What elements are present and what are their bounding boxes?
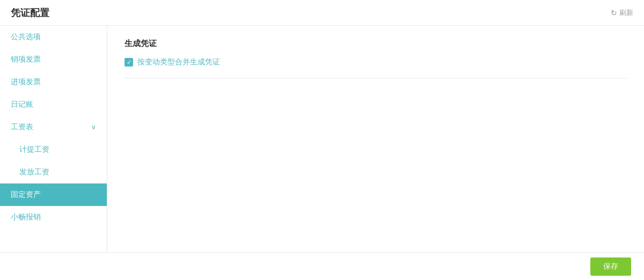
sidebar-item-label: 进项发票 bbox=[11, 77, 41, 87]
sidebar-item-payroll-accrual[interactable]: 计提工资 bbox=[0, 138, 107, 161]
refresh-label: 刷新 bbox=[619, 8, 633, 18]
sidebar-item-purchase-invoice[interactable]: 进项发票 bbox=[0, 71, 107, 93]
merge-checkbox[interactable]: ✓ bbox=[125, 58, 133, 67]
sidebar-item-label: 小畅报销 bbox=[11, 212, 41, 222]
save-button[interactable]: 保存 bbox=[590, 257, 631, 276]
sidebar-item-label: 发放工资 bbox=[19, 167, 49, 177]
section-title: 生成凭证 bbox=[125, 39, 627, 49]
sidebar-item-payroll-disbursement[interactable]: 发放工资 bbox=[0, 161, 107, 183]
page-header: 凭证配置 ↻ 刷新 bbox=[0, 0, 644, 26]
sidebar-item-label: 日记账 bbox=[11, 100, 33, 109]
refresh-icon: ↻ bbox=[611, 9, 617, 17]
sidebar-item-journal[interactable]: 日记账 bbox=[0, 93, 107, 116]
page-title: 凭证配置 bbox=[11, 6, 49, 19]
sidebar-item-label: 工资表 bbox=[11, 122, 33, 132]
page-body: 公共选项销项发票进项发票日记账工资表∨计提工资发放工资固定资产小畅报销 生成凭证… bbox=[0, 26, 644, 252]
section-divider bbox=[125, 78, 627, 78]
sidebar-item-label: 固定资产 bbox=[11, 190, 41, 200]
sidebar-item-sales-invoice[interactable]: 销项发票 bbox=[0, 48, 107, 71]
sidebar: 公共选项销项发票进项发票日记账工资表∨计提工资发放工资固定资产小畅报销 bbox=[0, 26, 107, 252]
sidebar-item-petty-expense[interactable]: 小畅报销 bbox=[0, 206, 107, 229]
chevron-down-icon: ∨ bbox=[91, 123, 96, 131]
sidebar-item-payroll-table[interactable]: 工资表∨ bbox=[0, 116, 107, 138]
sidebar-item-label: 计提工资 bbox=[19, 145, 49, 154]
sidebar-item-label: 公共选项 bbox=[11, 32, 41, 42]
main-content: 生成凭证 ✓ 按变动类型合并生成凭证 bbox=[107, 26, 644, 252]
sidebar-item-label: 销项发票 bbox=[11, 55, 41, 64]
merge-checkbox-label: 按变动类型合并生成凭证 bbox=[137, 57, 220, 67]
sidebar-item-public-options[interactable]: 公共选项 bbox=[0, 26, 107, 48]
check-icon: ✓ bbox=[127, 60, 131, 65]
sidebar-item-fixed-assets[interactable]: 固定资产 bbox=[0, 183, 107, 206]
refresh-button[interactable]: ↻ 刷新 bbox=[611, 8, 633, 18]
merge-voucher-option[interactable]: ✓ 按变动类型合并生成凭证 bbox=[125, 57, 627, 67]
page-footer: 保存 bbox=[0, 252, 644, 280]
